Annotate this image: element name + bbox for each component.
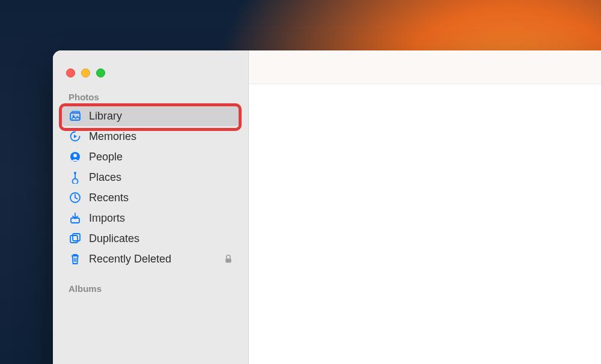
sidebar-item-label: Duplicates — [89, 232, 233, 245]
sidebar-item-label: Recents — [89, 192, 233, 204]
people-icon — [69, 150, 82, 163]
minimize-window-button[interactable] — [81, 68, 90, 77]
sidebar-item-imports[interactable]: Imports — [61, 208, 240, 228]
content-body: Wel To get starte — [249, 84, 601, 364]
sidebar-section-label-albums: Albums — [53, 269, 248, 297]
duplicates-icon — [69, 232, 82, 245]
welcome-text: Wel To get starte — [587, 322, 601, 364]
close-window-button[interactable] — [66, 68, 75, 77]
sidebar-item-people[interactable]: People — [61, 147, 240, 167]
zoom-window-button[interactable] — [96, 68, 105, 77]
sidebar-item-label: People — [89, 151, 233, 163]
content-pane: Yea Wel To get starte — [249, 50, 601, 364]
memories-icon — [69, 130, 82, 143]
welcome-heading: Wel — [587, 322, 601, 358]
sidebar-item-label: Memories — [89, 130, 233, 143]
sidebar-section-label-photos: Photos — [53, 77, 248, 106]
import-icon — [69, 211, 82, 225]
sidebar-item-duplicates[interactable]: Duplicates — [61, 228, 240, 249]
sidebar-item-label: Recently Deleted — [89, 253, 217, 265]
sidebar-item-memories[interactable]: Memories — [61, 126, 240, 147]
toolbar: Yea — [249, 50, 601, 84]
sidebar-items-photos: Library Memories People Places — [53, 106, 248, 269]
photo-stack-icon — [69, 109, 82, 123]
sidebar-item-library[interactable]: Library — [61, 106, 240, 126]
sidebar-item-label: Places — [89, 171, 233, 184]
sidebar-item-label: Library — [89, 110, 233, 123]
sidebar-item-recently-deleted[interactable]: Recently Deleted — [61, 249, 240, 269]
sidebar-item-label: Imports — [89, 212, 233, 225]
trash-icon — [69, 252, 82, 265]
sidebar-item-places[interactable]: Places — [61, 167, 240, 187]
places-icon — [69, 171, 82, 184]
window-controls — [53, 62, 248, 77]
sidebar: Photos Library Memories People — [53, 50, 249, 364]
clock-icon — [69, 191, 82, 204]
photos-app-window: Photos Library Memories People — [53, 50, 601, 364]
welcome-subheading: To get starte — [587, 362, 601, 364]
sidebar-item-recents[interactable]: Recents — [61, 187, 240, 208]
lock-icon — [224, 253, 233, 264]
